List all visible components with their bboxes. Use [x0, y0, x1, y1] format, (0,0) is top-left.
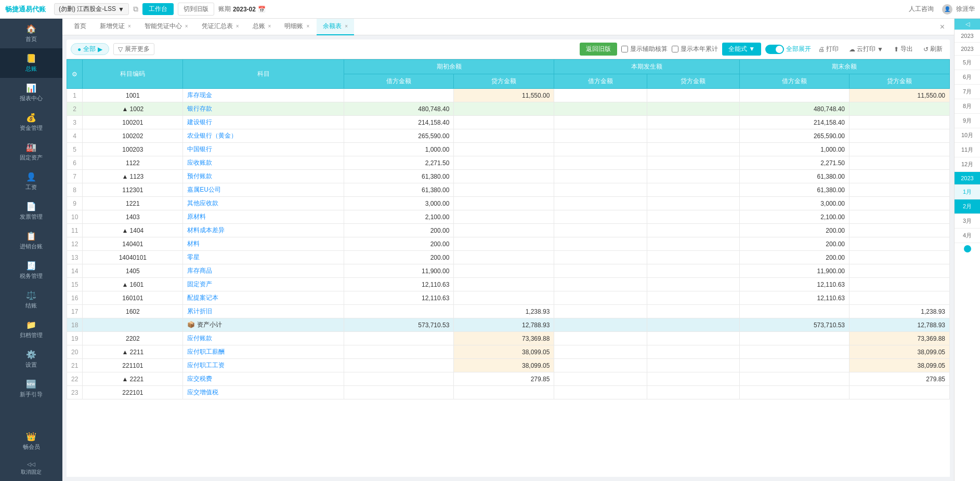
cell-name[interactable]: 配提案记本 [183, 291, 344, 305]
account-name-link[interactable]: 建设银行 [187, 118, 212, 126]
cloud-print-button[interactable]: ☁ 云打印 ▼ [846, 44, 886, 55]
tab-detail-ledger-close[interactable]: × [306, 23, 309, 29]
tab-new-voucher-close[interactable]: × [128, 23, 131, 29]
print-button[interactable]: 🖨 打印 [815, 44, 842, 55]
tab-general-ledger-close[interactable]: × [268, 23, 271, 29]
filter-button[interactable]: ● 全部 ▶ [71, 43, 109, 55]
sidebar-item-sales[interactable]: 📋 进销台账 [0, 226, 62, 256]
cell-name[interactable]: 材料成本差异 [183, 224, 344, 237]
cell-name[interactable]: 应付职工工资 [183, 359, 344, 372]
cell-name[interactable]: 应付职工薪酬 [183, 345, 344, 359]
right-panel-month-11[interactable]: 11月 [955, 143, 980, 157]
account-name-link[interactable]: 应交增值税 [187, 389, 218, 396]
sidebar-item-close[interactable]: ⚖️ 结账 [0, 285, 62, 315]
export-button[interactable]: ⬆ 导出 [891, 44, 916, 55]
account-name-link[interactable]: 预付账款 [187, 172, 212, 180]
account-name-link[interactable]: 应付职工薪酬 [187, 348, 225, 355]
show-aux-checkbox[interactable] [621, 46, 628, 52]
switch-version-button[interactable]: 切到旧版 [178, 3, 214, 16]
account-name-link[interactable]: 零星 [187, 253, 200, 261]
sidebar-item-guide[interactable]: 🆕 新手引导 [0, 374, 62, 404]
col-settings[interactable]: ⚙ [67, 60, 83, 89]
tab-detail-ledger[interactable]: 明细账 × [278, 19, 316, 35]
sidebar-item-report[interactable]: 📊 报表中心 [0, 78, 62, 108]
sidebar-item-invoice[interactable]: 📄 发票管理 [0, 196, 62, 226]
right-panel-month-10[interactable]: 10月 [955, 128, 980, 143]
company-select[interactable]: (勿删) 江西股金-LSS ▼ [54, 3, 129, 15]
account-name-link[interactable]: 应付职工工资 [187, 362, 225, 369]
account-name-link[interactable]: 嘉属EU公司 [187, 186, 221, 193]
right-panel-month-1[interactable]: 1月 [955, 185, 980, 199]
calendar-icon[interactable]: 📅 [258, 6, 266, 13]
cell-name[interactable]: 应付账款 [183, 332, 344, 345]
cell-name[interactable]: 原材料 [183, 210, 344, 224]
tab-new-voucher[interactable]: 新增凭证 × [94, 19, 137, 35]
tab-smart-voucher[interactable]: 智能凭证中心 × [138, 19, 194, 35]
sidebar-item-payroll[interactable]: 👤 工资 [0, 167, 62, 196]
cell-name[interactable]: 固定资产 [183, 278, 344, 291]
account-name-link[interactable]: 农业银行（黄金） [187, 132, 237, 139]
toggle-switch[interactable] [765, 45, 784, 54]
account-name-link[interactable]: 应付账款 [187, 335, 212, 342]
cell-name[interactable]: 累计折旧 [183, 305, 344, 318]
cell-name[interactable]: 中国银行 [183, 143, 344, 156]
account-name-link[interactable]: 原材料 [187, 213, 206, 220]
sidebar-item-archive[interactable]: 📁 归档管理 [0, 315, 62, 344]
account-name-link[interactable]: 库存商品 [187, 267, 212, 274]
right-panel-month-2[interactable]: 2月 [955, 199, 980, 214]
cell-name[interactable]: 应交增值税 [183, 386, 344, 399]
sidebar-item-home[interactable]: 🏠 首页 [0, 19, 62, 48]
right-panel-year-2023-top[interactable]: 2023 [955, 30, 980, 43]
tab-home[interactable]: 首页 [68, 19, 93, 35]
account-name-link[interactable]: 材料 [187, 240, 200, 247]
account-name-link[interactable]: 应收账款 [187, 159, 212, 166]
right-panel-year-2023-current[interactable]: 2023 [955, 172, 980, 185]
account-name-link[interactable]: 固定资产 [187, 280, 212, 288]
account-name-link[interactable]: 库存现金 [187, 91, 212, 99]
tab-voucher-summary-close[interactable]: × [236, 23, 239, 29]
refresh-button[interactable]: ↺ 刷新 [920, 44, 946, 55]
right-panel-month-8[interactable]: 8月 [955, 99, 980, 114]
account-name-link[interactable]: 中国银行 [187, 145, 212, 153]
account-name-link[interactable]: 银行存款 [187, 105, 212, 112]
account-name-link[interactable]: 配提案记本 [187, 294, 218, 301]
sidebar-item-tax[interactable]: 🧾 税务管理 [0, 256, 62, 285]
right-panel-month-12[interactable]: 12月 [955, 157, 980, 172]
right-panel-month-7[interactable]: 7月 [955, 85, 980, 99]
sidebar-item-settings[interactable]: ⚙️ 设置 [0, 344, 62, 374]
sidebar-item-member[interactable]: 👑 畅会员 [0, 426, 62, 456]
close-all-tabs[interactable]: × [936, 22, 949, 32]
sidebar-item-fund[interactable]: 💰 资金管理 [0, 108, 62, 137]
cell-name[interactable]: 库存商品 [183, 264, 344, 278]
sidebar-item-asset[interactable]: 🏭 固定资产 [0, 137, 62, 167]
right-panel-month-4[interactable]: 4月 [955, 229, 980, 243]
right-panel-month-9[interactable]: 9月 [955, 114, 980, 128]
fullmode-button[interactable]: 全能式 ▼ [722, 43, 761, 56]
cell-name[interactable]: 库存现金 [183, 89, 344, 102]
account-name-link[interactable]: 应交税费 [187, 375, 212, 382]
tab-balance-close[interactable]: × [345, 23, 348, 29]
cell-name[interactable]: 应收账款 [183, 156, 344, 170]
workbench-button[interactable]: 工作台 [142, 3, 174, 15]
cell-name[interactable]: 嘉属EU公司 [183, 183, 344, 197]
right-panel-month-6[interactable]: 6月 [955, 70, 980, 85]
cell-name[interactable]: 材料 [183, 237, 344, 251]
expand-button[interactable]: ▽ 展开更多 [113, 43, 154, 55]
tab-voucher-summary[interactable]: 凭证汇总表 × [195, 19, 245, 35]
right-panel-year-2023-2[interactable]: 2023 [955, 43, 980, 56]
tab-smart-voucher-close[interactable]: × [185, 23, 188, 29]
tab-balance[interactable]: 余额表 × [317, 19, 354, 35]
consult-button[interactable]: 人工咨询 [909, 5, 934, 14]
cell-name[interactable]: 农业银行（黄金） [183, 129, 344, 143]
show-ytd-checkbox[interactable] [672, 46, 678, 52]
right-panel-toggle[interactable]: ◁ [955, 19, 980, 30]
account-name-link[interactable]: 累计折旧 [187, 308, 212, 315]
sidebar-item-unpin[interactable]: ◁◁ 取消固定 [0, 456, 62, 481]
cell-name[interactable]: 其他应收款 [183, 197, 344, 210]
account-name-link[interactable]: 材料成本差异 [187, 226, 225, 234]
cell-name[interactable]: 零星 [183, 251, 344, 264]
right-panel-dot[interactable] [964, 245, 971, 252]
tab-general-ledger[interactable]: 总账 × [246, 19, 278, 35]
expand-all-toggle[interactable]: 全部展开 [765, 45, 811, 54]
cell-name[interactable]: 银行存款 [183, 102, 344, 116]
